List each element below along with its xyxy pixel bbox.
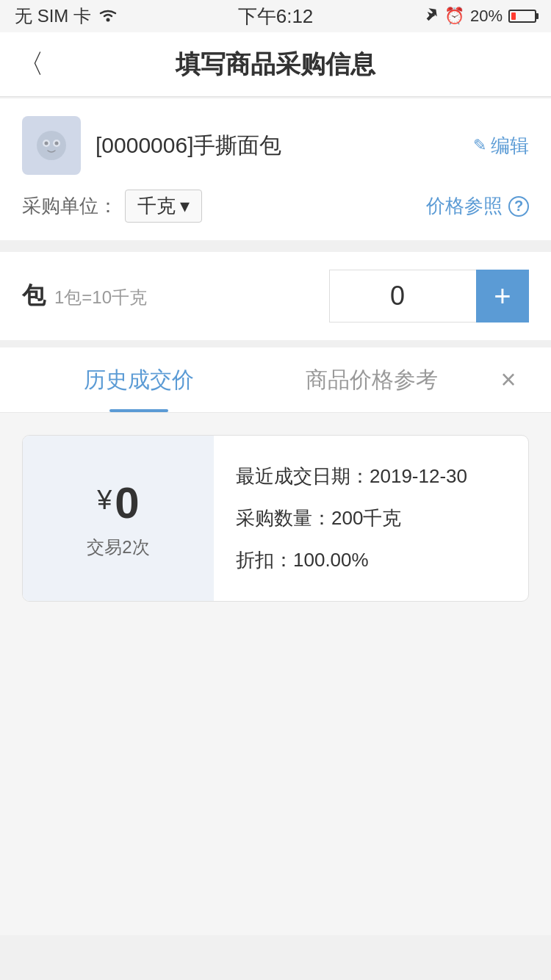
status-right: ➤ ⏰ 20% [424,6,536,26]
edit-button[interactable]: ✎ 编辑 [473,133,529,159]
page-title: 填写商品采购信息 [176,48,375,82]
section-divider-2 [0,340,551,347]
quantity-input-group: + [329,270,529,323]
battery-icon [508,10,536,23]
dropdown-icon: ▾ [180,195,190,217]
product-thumbnail [22,116,81,175]
price-ref-label: 价格参照 [426,193,503,219]
tab-history-label: 历史成交价 [84,365,194,395]
section-divider-1 [0,240,551,252]
unit-label-text: 采购单位： [22,193,118,219]
carrier-text: 无 SIM 卡 [15,4,91,28]
svg-point-2 [37,131,66,160]
quantity-input[interactable] [329,270,476,323]
price-value: 0 [115,478,139,528]
price-display: ¥ 0 [97,478,139,528]
purchase-qty-row: 采购数量：200千克 [236,504,506,533]
discount-row: 折扣：100.00% [236,546,506,574]
product-card: [0000006]手撕面包 ✎ 编辑 采购单位： 千克 ▾ 价格参照 ? [0,98,551,240]
status-bar: 无 SIM 卡 下午6:12 ➤ ⏰ 20% [0,0,551,32]
edit-label: 编辑 [491,133,529,159]
nav-bar: 〈 填写商品采购信息 [0,32,551,97]
product-name: [0000006]手撕面包 [96,131,281,161]
main-content: 历史成交价 商品价格参考 × ¥ 0 交易2次 最近成交日期：2019-12-3… [0,347,551,935]
back-button[interactable]: 〈 [18,46,44,82]
trade-count: 交易2次 [87,536,149,559]
unit-select-button[interactable]: 千克 ▾ [125,190,202,223]
history-data-card: ¥ 0 交易2次 最近成交日期：2019-12-30 采购数量：200千克 折扣… [22,435,529,602]
recent-date-row: 最近成交日期：2019-12-30 [236,462,506,491]
tab-bar: 历史成交价 商品价格参考 × [0,347,551,413]
svg-text:➤: ➤ [426,9,436,21]
unit-label-group: 采购单位： 千克 ▾ [22,190,202,223]
svg-point-6 [55,142,59,145]
tab-history-price[interactable]: 历史成交价 [22,347,255,412]
tab-reference-label: 商品价格参考 [306,365,438,395]
quantity-conversion: 1包=10千克 [54,286,147,309]
product-left: [0000006]手撕面包 [22,116,281,175]
history-data-section: ¥ 0 交易2次 最近成交日期：2019-12-30 采购数量：200千克 折扣… [0,413,551,624]
price-detail-panel: 最近成交日期：2019-12-30 采购数量：200千克 折扣：100.00% [214,436,528,601]
unit-value: 千克 [137,193,176,219]
quantity-unit: 包 [22,280,46,312]
location-icon: ➤ [424,6,439,26]
edit-icon: ✎ [473,136,486,155]
tab-close-button[interactable]: × [488,359,529,400]
price-reference-button[interactable]: 价格参照 ? [426,193,529,219]
status-left: 无 SIM 卡 [15,4,119,28]
quantity-row: 包 1包=10千克 + [0,252,551,340]
price-summary-panel: ¥ 0 交易2次 [23,436,214,601]
quantity-plus-button[interactable]: + [476,270,529,323]
product-top: [0000006]手撕面包 ✎ 编辑 [22,116,529,175]
svg-point-5 [45,142,48,145]
status-time: 下午6:12 [238,4,314,29]
price-symbol: ¥ [97,485,112,516]
svg-point-0 [107,18,110,22]
quantity-label-group: 包 1包=10千克 [22,280,147,312]
close-icon: × [500,364,516,395]
alarm-icon: ⏰ [444,7,464,26]
help-icon: ? [508,196,529,217]
wifi-icon [97,6,119,26]
tab-product-reference[interactable]: 商品价格参考 [255,347,488,412]
battery-percent: 20% [470,7,503,26]
product-unit-row: 采购单位： 千克 ▾ 价格参照 ? [22,190,529,223]
